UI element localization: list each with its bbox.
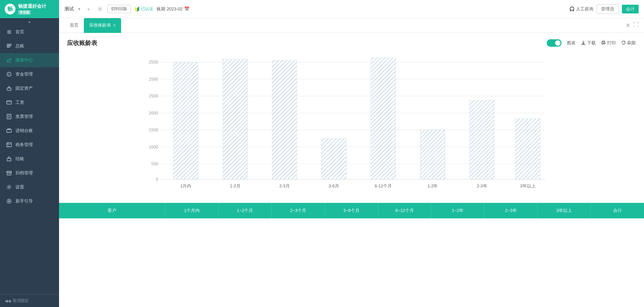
sidebar-item-archive[interactable]: 归档管理 xyxy=(0,166,59,180)
svg-rect-27 xyxy=(602,43,604,44)
app-version: 专业版 xyxy=(18,10,31,15)
window-close-icon[interactable]: ✕ xyxy=(626,22,631,29)
sidebar-item-payroll[interactable]: 工资 xyxy=(0,95,59,109)
svg-text:3年以上: 3年以上 xyxy=(520,184,536,188)
bar-1-2月[interactable] xyxy=(223,59,248,179)
bar-6-12月[interactable] xyxy=(371,58,396,179)
sidebar-item-assets[interactable]: 固定资产 xyxy=(0,81,59,95)
company-name: 测试 xyxy=(64,6,74,12)
bar-2-3年[interactable] xyxy=(470,100,494,179)
tab-home[interactable]: 首页 xyxy=(64,18,84,33)
consult-icon: 🎧 xyxy=(569,6,575,11)
consult-button[interactable]: 🎧 人工咨询 xyxy=(569,6,593,12)
company-settings-icon[interactable] xyxy=(96,5,104,13)
svg-text:2500: 2500 xyxy=(149,60,158,64)
col-3year-plus: 3年以上 xyxy=(538,203,591,218)
table-container: 客户 1个月内 1~2个月 2~3个月 3~6个月 6~12个月 1~2年 2~… xyxy=(59,203,644,218)
topbar: 测试 ▼ ＋ 切到旧版 🔰 已认证 账期 2023-02 📅 🎧 人工咨询 管理… xyxy=(59,0,644,18)
svg-text:1月内: 1月内 xyxy=(180,184,191,188)
chevron-down-icon[interactable]: ▼ xyxy=(77,7,81,11)
bar-3-6月[interactable] xyxy=(322,138,346,179)
sidebar-item-ledger[interactable]: 总账 xyxy=(0,39,59,53)
bar-3年以上[interactable] xyxy=(516,119,540,179)
cancel-fixed-label: 取消固定 xyxy=(13,298,29,304)
refresh-label: 刷新 xyxy=(627,40,636,46)
sidebar-item-settings[interactable]: 设置 xyxy=(0,180,59,194)
svg-rect-18 xyxy=(7,159,11,161)
bar-chart: 2500 2500 2500 2000 1500 1000 500 0 xyxy=(67,55,636,193)
sidebar-item-invoice[interactable]: 发票管理 xyxy=(0,109,59,124)
svg-rect-3 xyxy=(7,62,11,62)
svg-rect-2 xyxy=(7,47,10,47)
invoice-icon xyxy=(6,114,12,120)
sidebar-item-close[interactable]: 结账 xyxy=(0,152,59,166)
chart-container: 2500 2500 2500 2000 1500 1000 500 0 xyxy=(59,52,644,200)
pin-icon: ◀◀ xyxy=(5,299,11,303)
role-button[interactable]: 会计 xyxy=(622,5,639,13)
period-value: 2023-02 xyxy=(167,6,183,11)
refresh-button[interactable]: 刷新 xyxy=(621,40,636,46)
page-container: 应收账龄表 图表 下载 打印 xyxy=(59,33,644,307)
svg-rect-6 xyxy=(7,88,11,90)
tab-home-label: 首页 xyxy=(70,22,78,28)
svg-text:3-6月: 3-6月 xyxy=(329,184,339,188)
tab-receivable-aging[interactable]: 应收账龄表 × xyxy=(84,18,121,33)
sidebar-nav: ⊞ 首页 总账 报表中心 ¥ 资金管理 固定资产 xyxy=(0,25,59,300)
period-label: 账期 xyxy=(157,6,165,12)
bar-1月内[interactable] xyxy=(173,62,198,179)
svg-text:2000: 2000 xyxy=(149,111,158,116)
user-button[interactable]: 管理员 xyxy=(597,4,619,14)
sidebar: 畅 畅捷通好会计 专业版 ▲ ⊞ 首页 总账 报表中心 ¥ 资金管理 xyxy=(0,0,59,307)
bar-1-2年[interactable] xyxy=(420,130,445,179)
svg-text:¥: ¥ xyxy=(8,73,10,76)
sidebar-item-label: 首页 xyxy=(15,29,24,35)
sidebar-item-label: 税务管理 xyxy=(15,142,33,148)
content-area: 应收账龄表 图表 下载 打印 xyxy=(59,33,644,307)
chart-toggle[interactable] xyxy=(547,39,561,47)
sidebar-item-capital[interactable]: ¥ 资金管理 xyxy=(0,67,59,81)
sidebar-item-home[interactable]: ⊞ 首页 xyxy=(0,25,59,39)
sidebar-item-label: 发票管理 xyxy=(15,114,33,120)
tabs-bar: 首页 应收账龄表 × ✕ ⛶ xyxy=(59,18,644,33)
sidebar-item-inventory[interactable]: 进销台账 xyxy=(0,124,59,138)
svg-text:1000: 1000 xyxy=(149,145,158,149)
old-version-button[interactable]: 切到旧版 xyxy=(107,5,131,13)
add-company-icon[interactable]: ＋ xyxy=(85,5,93,13)
assets-icon xyxy=(6,85,12,91)
col-customer: 客户 xyxy=(59,203,165,218)
svg-text:2500: 2500 xyxy=(149,94,158,98)
sidebar-item-label: 归档管理 xyxy=(15,170,33,176)
period-display: 账期 2023-02 📅 xyxy=(157,6,190,12)
sidebar-item-reports[interactable]: 报表中心 xyxy=(0,53,59,67)
page-header: 应收账龄表 图表 下载 打印 xyxy=(59,33,644,52)
svg-text:2500: 2500 xyxy=(149,77,158,82)
close-accounts-icon xyxy=(6,156,12,162)
settings-icon xyxy=(6,184,12,190)
sidebar-scroll-up[interactable]: ▲ xyxy=(0,18,59,25)
col-1-2month: 1~2个月 xyxy=(219,203,272,218)
calendar-icon[interactable]: 📅 xyxy=(184,6,190,11)
svg-text:1500: 1500 xyxy=(149,128,158,132)
svg-text:2-3年: 2-3年 xyxy=(477,184,487,188)
svg-rect-1 xyxy=(7,45,11,46)
print-button[interactable]: 打印 xyxy=(601,40,616,46)
sidebar-item-label: 资金管理 xyxy=(15,71,33,77)
sidebar-item-tax[interactable]: 税务管理 xyxy=(0,138,59,152)
app-name: 畅捷通好会计 xyxy=(18,3,46,9)
tabs-bar-right: ✕ ⛶ xyxy=(626,22,639,29)
sidebar-item-newbie[interactable]: 新手引导 xyxy=(0,194,59,208)
certified-icon: 🔰 xyxy=(134,6,140,12)
cancel-fixed-button[interactable]: ◀◀ 取消固定 xyxy=(0,294,59,307)
window-expand-icon[interactable]: ⛶ xyxy=(633,22,639,29)
home-icon: ⊞ xyxy=(6,29,12,35)
sidebar-item-label: 报表中心 xyxy=(15,57,33,63)
archive-icon xyxy=(6,170,12,176)
tab-close-icon[interactable]: × xyxy=(113,23,116,28)
svg-rect-0 xyxy=(7,44,11,45)
consult-label: 人工咨询 xyxy=(576,6,593,12)
col-2-3year: 2~3年 xyxy=(484,203,538,218)
bar-2-3月[interactable] xyxy=(272,60,297,179)
download-icon xyxy=(581,40,586,46)
table-header: 客户 1个月内 1~2个月 2~3个月 3~6个月 6~12个月 1~2年 2~… xyxy=(59,203,644,218)
download-button[interactable]: 下载 xyxy=(581,40,596,46)
